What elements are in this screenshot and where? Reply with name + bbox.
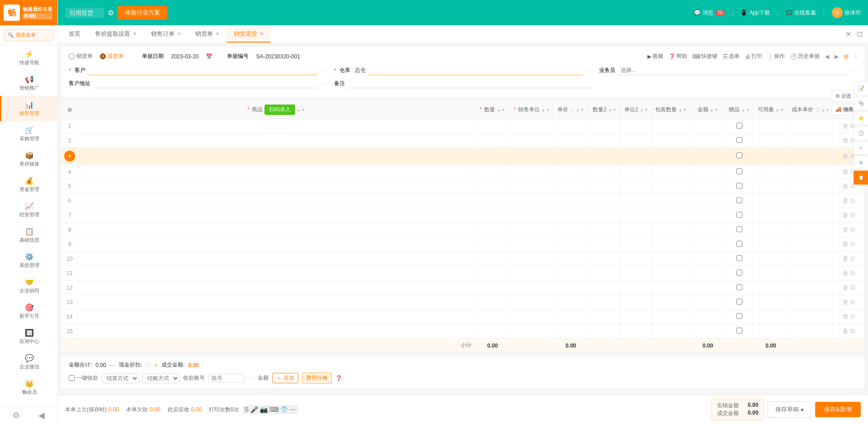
collapse-icon[interactable]: ◀ xyxy=(38,410,45,420)
qty2-input-7[interactable] xyxy=(592,211,618,219)
cell-qty2-13[interactable] xyxy=(589,295,621,310)
shortcut-btn[interactable]: ⌨ 快捷键 xyxy=(693,52,717,60)
prev-record-btn[interactable]: ◀ xyxy=(825,53,829,60)
cell-price-13[interactable] xyxy=(553,295,589,310)
cell-pkg-1[interactable] xyxy=(652,119,690,133)
delete-row-11-icon[interactable]: 🗑 xyxy=(842,269,849,277)
cell-goods-12[interactable] xyxy=(78,281,475,295)
cell-pkg-8[interactable] xyxy=(652,223,690,237)
price-input-14[interactable] xyxy=(556,313,586,321)
unit-input-2[interactable] xyxy=(514,137,550,145)
cell-gift-5[interactable] xyxy=(726,179,753,194)
price-input-13[interactable] xyxy=(556,298,586,306)
expense-help-icon[interactable]: ❓ xyxy=(335,375,342,381)
price-input-9[interactable] xyxy=(556,240,586,248)
cell-goods-6[interactable] xyxy=(78,194,475,208)
cell-unit-15[interactable] xyxy=(510,324,552,338)
cell-amount-6[interactable] xyxy=(690,194,726,208)
cell-qty-1[interactable] xyxy=(474,119,510,133)
qty2-input-10[interactable] xyxy=(592,255,618,263)
cell-amount-15[interactable] xyxy=(690,324,726,338)
qty-input-12[interactable] xyxy=(477,284,508,292)
cell-goods-14[interactable] xyxy=(78,310,475,324)
cell-qty-9[interactable] xyxy=(474,237,510,252)
save-draft-button[interactable]: 保存草稿 ▾ xyxy=(768,401,811,418)
price-input-15[interactable] xyxy=(556,327,586,335)
unit2-input-10[interactable] xyxy=(623,255,649,263)
cell-unit2-10[interactable] xyxy=(621,252,652,266)
col-settings[interactable]: ⚙ xyxy=(61,101,78,119)
cell-pkg-6[interactable] xyxy=(652,194,690,208)
cell-unit2-12[interactable] xyxy=(621,281,652,295)
price-input-8[interactable] xyxy=(556,226,586,234)
cell-pkg-12[interactable] xyxy=(652,281,690,295)
unit2-input-3[interactable] xyxy=(623,152,649,160)
cell-pkg-11[interactable] xyxy=(652,266,690,281)
address-picker-btn[interactable]: ··· xyxy=(321,80,326,88)
qty-input-6[interactable] xyxy=(477,197,508,205)
qty-input-10[interactable] xyxy=(477,255,508,263)
cell-qty2-8[interactable] xyxy=(589,223,621,237)
goods-input-8[interactable] xyxy=(81,226,472,234)
cell-price-8[interactable] xyxy=(553,223,589,237)
add-row-button[interactable]: + xyxy=(64,151,75,162)
cell-qty-11[interactable] xyxy=(474,266,510,281)
unit-input-8[interactable] xyxy=(514,226,550,234)
operate-btn[interactable]: ⋮ 操作 xyxy=(768,52,785,60)
expense-split-button[interactable]: 费用分摊 xyxy=(302,372,332,384)
delete-row-14-icon[interactable]: 🗑 xyxy=(842,313,849,320)
gift-checkbox-14[interactable] xyxy=(736,313,742,319)
cell-amount-9[interactable] xyxy=(690,237,726,252)
cell-amount-11[interactable] xyxy=(690,266,726,281)
goods-input-5[interactable] xyxy=(81,182,472,191)
cell-goods-11[interactable] xyxy=(78,266,475,281)
delete-row-4-icon[interactable]: 🗑 xyxy=(842,168,849,176)
cell-gift-4[interactable] xyxy=(726,165,753,179)
amount-input-2[interactable] xyxy=(693,137,723,145)
cell-gift-11[interactable] xyxy=(726,266,753,281)
cell-unit-7[interactable] xyxy=(510,208,552,223)
cell-qty2-14[interactable] xyxy=(589,310,621,324)
price-input-2[interactable] xyxy=(556,137,586,145)
staff-input[interactable] xyxy=(618,66,848,75)
cell-gift-2[interactable] xyxy=(726,133,753,148)
cell-goods-13[interactable] xyxy=(78,295,475,310)
cell-price-3[interactable] xyxy=(553,148,589,165)
unit2-input-2[interactable] xyxy=(623,137,649,145)
qty2-input-15[interactable] xyxy=(592,327,618,335)
cell-unit2-15[interactable] xyxy=(621,324,652,338)
price-input-12[interactable] xyxy=(556,284,586,292)
cell-amount-13[interactable] xyxy=(690,295,726,310)
sidebar-item-shortcut[interactable]: ⚡ 快捷导航 xyxy=(0,45,57,71)
float-btn-card[interactable]: ⊞ xyxy=(854,156,868,170)
delete-row-2-icon[interactable]: 🗑 xyxy=(842,137,849,144)
float-btn-main[interactable]: 📋 xyxy=(854,171,868,185)
unit-input-9[interactable] xyxy=(514,240,550,248)
tab-sale-return[interactable]: 销货退货 ✕ xyxy=(226,26,271,43)
cell-price-15[interactable] xyxy=(553,324,589,338)
delete-row-13-icon[interactable]: 🗑 xyxy=(842,298,849,306)
cell-qty2-5[interactable] xyxy=(589,179,621,194)
sidebar-item-purchase[interactable]: 🛒 采购管理 xyxy=(0,121,57,147)
cell-unit2-13[interactable] xyxy=(621,295,652,310)
gift-checkbox-4[interactable] xyxy=(736,168,742,174)
cell-qty-12[interactable] xyxy=(474,281,510,295)
cell-amount-10[interactable] xyxy=(690,252,726,266)
cell-qty-2[interactable] xyxy=(474,133,510,148)
cell-unit-2[interactable] xyxy=(510,133,552,148)
cell-gift-3[interactable] xyxy=(726,148,753,165)
cell-unit2-1[interactable] xyxy=(621,119,652,133)
cell-unit2-8[interactable] xyxy=(621,223,652,237)
unit2-input-9[interactable] xyxy=(623,240,649,248)
account-picker-btn[interactable]: ··· xyxy=(248,374,254,382)
account-input[interactable] xyxy=(208,374,245,383)
cell-pkg-9[interactable] xyxy=(652,237,690,252)
settings-bottom-icon[interactable]: ⚙ xyxy=(13,410,20,420)
next-record-btn[interactable]: ▶ xyxy=(835,53,839,60)
cell-pkg-3[interactable] xyxy=(652,148,690,165)
cell-gift-13[interactable] xyxy=(726,295,753,310)
float-btn-note[interactable]: 📝 xyxy=(854,81,868,95)
cell-amount-2[interactable] xyxy=(690,133,726,148)
unit-input-14[interactable] xyxy=(514,313,550,321)
note-input[interactable] xyxy=(348,79,592,88)
